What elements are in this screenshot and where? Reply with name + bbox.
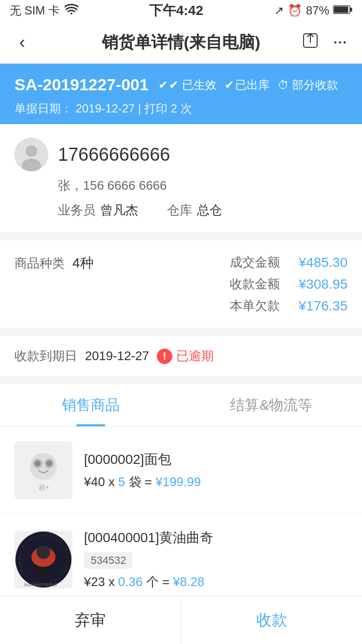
received-value: ¥308.95 <box>290 277 348 292</box>
list-item: 超+ [0000002]面包 ¥40 x 5 袋 = ¥199.99 <box>0 427 362 514</box>
customer-contact: 张，156 6666 6666 <box>58 177 348 194</box>
total-1: ¥199.99 <box>155 475 201 489</box>
warehouse-value: 总仓 <box>197 202 222 219</box>
customer-section: 17666666666 张，156 6666 6666 业务员 曾凡杰 仓库 总… <box>0 124 362 233</box>
battery-icon <box>333 4 352 17</box>
share-button[interactable] <box>302 32 319 53</box>
product-type-info: 商品种类 4种 <box>14 254 94 272</box>
product-name-2: [000400001]黄油曲奇 <box>84 529 348 547</box>
confirm-button[interactable]: 收款 <box>181 596 362 644</box>
unit-2: 个 <box>146 574 159 589</box>
price-2: ¥23 <box>84 574 105 589</box>
salesman-info: 业务员 曾凡杰 <box>58 202 138 219</box>
order-date-info: 单据日期： 2019-12-27 | 打印 2 次 <box>14 101 348 116</box>
product-sku-badge: 534532 <box>84 552 133 569</box>
cancel-button[interactable]: 弃审 <box>0 596 181 644</box>
salesman-value: 曾凡杰 <box>100 202 138 219</box>
due-section: 收款到期日 2019-12-27 ! 已逾期 <box>0 336 362 376</box>
battery-text: 87% <box>306 4 329 17</box>
product-name-1: [0000002]面包 <box>84 450 348 469</box>
header-banner: SA-20191227-001 ✔ ✔ 已生效 ✔ 已出库 ⏱ 部分收款 单据日… <box>0 64 362 124</box>
product-image-1: 超+ <box>14 441 72 499</box>
product-image-2: buzzword wixball <box>14 531 72 588</box>
check-icon-2: ✔ <box>224 78 234 92</box>
nav-bar: ‹ 销货单详情(来自电脑) ··· <box>0 21 362 64</box>
price-1: ¥40 <box>84 475 105 489</box>
svg-point-12 <box>46 461 52 466</box>
check-icon-1: ✔ <box>158 78 168 92</box>
salesman-label: 业务员 <box>58 202 96 219</box>
overdue-badge: ! 已逾期 <box>157 348 214 364</box>
product-price-row-2: ¥23 x 0.36 个 = ¥8.28 <box>84 574 348 590</box>
date-value: 2019-12-27 <box>76 102 135 115</box>
owed-value: ¥176.35 <box>290 298 348 314</box>
svg-point-11 <box>35 461 41 466</box>
tab-settlement[interactable]: 结算&物流等 <box>181 384 362 426</box>
svg-point-5 <box>26 145 37 157</box>
wifi-icon <box>65 4 78 17</box>
product-price-row-1: ¥40 x 5 袋 = ¥199.99 <box>84 474 348 490</box>
order-id: SA-20191227-001 <box>14 75 149 94</box>
status-partial: ⏱ 部分收款 <box>278 77 338 93</box>
svg-rect-1 <box>350 8 352 12</box>
financial-stats: 成交金额 ¥485.30 收款金额 ¥308.95 本单欠款 ¥176.35 <box>230 254 348 314</box>
unit-1: 袋 <box>129 475 141 489</box>
tabs: 销售商品 结算&物流等 <box>0 384 362 426</box>
product-info-2: [000400001]黄油曲奇 534532 ¥23 x 0.36 个 = ¥8… <box>84 529 348 590</box>
avatar <box>14 138 48 171</box>
status-bar: 无 SIM 卡 下午4:42 ↗ ⏰ 87% <box>0 0 362 21</box>
alarm-icon: ⏰ <box>288 4 302 17</box>
received-amount: 收款金额 ¥308.95 <box>230 276 348 293</box>
product-type-label: 商品种类 <box>14 255 65 272</box>
status-left: 无 SIM 卡 <box>10 3 78 18</box>
nav-actions: ··· <box>302 32 348 53</box>
more-button[interactable]: ··· <box>334 35 348 50</box>
owed-amount: 本单欠款 ¥176.35 <box>230 297 348 314</box>
due-date: 2019-12-27 <box>85 349 149 364</box>
print-info: | 打印 2 次 <box>138 102 192 115</box>
warehouse-info: 仓库 总仓 <box>167 202 222 219</box>
stats-section: 商品种类 4种 成交金额 ¥485.30 收款金额 ¥308.95 本单欠款 ¥… <box>0 240 362 328</box>
svg-text:超+: 超+ <box>39 483 49 491</box>
warehouse-label: 仓库 <box>167 202 192 219</box>
owed-label: 本单欠款 <box>230 297 280 314</box>
total-2: ¥8.28 <box>173 574 204 589</box>
signal-text: 无 SIM 卡 <box>10 3 60 18</box>
svg-rect-2 <box>334 7 348 13</box>
status-right: ↗ ⏰ 87% <box>274 4 352 17</box>
overdue-text: 已逾期 <box>176 348 214 364</box>
transaction-amount: 成交金额 ¥485.30 <box>230 254 348 271</box>
transaction-label: 成交金额 <box>230 254 280 271</box>
qty-2: 0.36 <box>118 574 143 589</box>
status-time: 下午4:42 <box>149 1 203 20</box>
list-item: buzzword wixball [000400001]黄油曲奇 534532 … <box>0 514 362 605</box>
location-icon: ↗ <box>274 4 284 17</box>
received-label: 收款金额 <box>230 276 280 293</box>
status-shipped: ✔ 已出库 <box>224 77 270 93</box>
back-button[interactable]: ‹ <box>14 28 30 57</box>
date-label: 单据日期： <box>14 102 72 115</box>
page-title: 销货单详情(来自电脑) <box>102 31 261 54</box>
customer-meta: 业务员 曾凡杰 仓库 总仓 <box>58 202 348 219</box>
tab-sales-products[interactable]: 销售商品 <box>0 384 181 426</box>
overdue-icon: ! <box>157 349 172 364</box>
svg-text:buzzword wixball: buzzword wixball <box>24 582 57 587</box>
tabs-container: 销售商品 结算&物流等 <box>0 384 362 427</box>
product-info-1: [0000002]面包 ¥40 x 5 袋 = ¥199.99 <box>84 450 348 490</box>
status-effected: ✔ ✔ 已生效 <box>158 77 217 93</box>
bottom-bar: 弃审 收款 <box>0 596 362 644</box>
due-label: 收款到期日 <box>14 348 77 364</box>
qty-1: 5 <box>118 475 125 489</box>
transaction-value: ¥485.30 <box>290 255 348 270</box>
product-type-value: 4种 <box>72 254 94 272</box>
clock-icon: ⏱ <box>278 78 289 92</box>
svg-point-17 <box>37 546 50 559</box>
customer-name: 17666666666 <box>58 144 170 165</box>
status-tags: ✔ ✔ 已生效 ✔ 已出库 ⏱ 部分收款 <box>158 77 338 93</box>
